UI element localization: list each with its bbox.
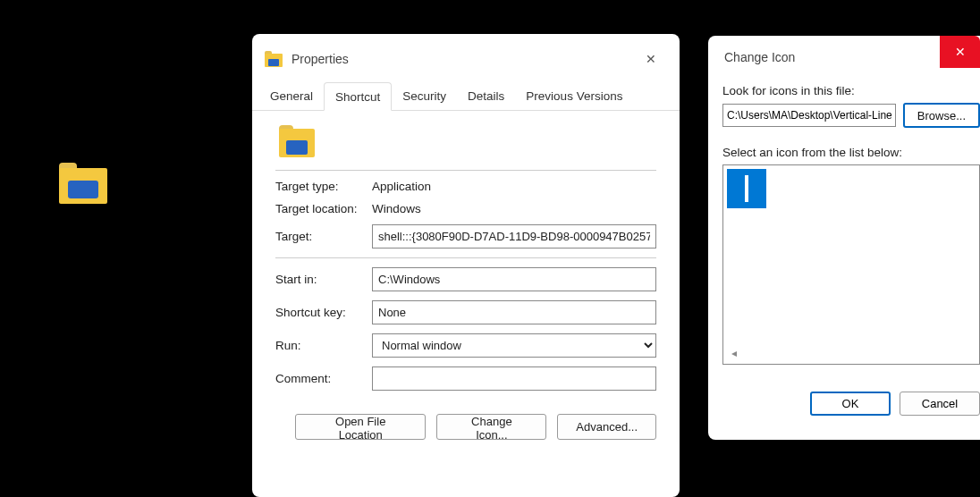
- folder-icon: [279, 125, 315, 157]
- separator: [275, 257, 656, 258]
- tab-bar: General Shortcut Security Details Previo…: [252, 82, 680, 111]
- icon-file-path-input[interactable]: [722, 104, 896, 127]
- tab-previous-versions[interactable]: Previous Versions: [515, 82, 633, 110]
- tab-security[interactable]: Security: [392, 82, 457, 110]
- change-icon-titlebar: Change Icon ✕: [708, 36, 980, 84]
- desktop-shortcut[interactable]: [59, 163, 111, 207]
- scroll-left-icon[interactable]: ◂: [727, 346, 741, 360]
- change-icon-body: Look for icons in this file: Browse... S…: [708, 84, 980, 416]
- change-icon-button[interactable]: Change Icon...: [436, 414, 546, 440]
- open-file-location-button[interactable]: Open File Location: [295, 414, 426, 440]
- close-button[interactable]: ✕: [940, 36, 980, 68]
- icon-list[interactable]: ◂: [722, 164, 980, 365]
- comment-input[interactable]: [372, 366, 656, 391]
- run-label: Run:: [275, 339, 372, 352]
- icon-option-selected[interactable]: [727, 169, 766, 208]
- run-select[interactable]: Normal window: [372, 333, 656, 358]
- browse-button[interactable]: Browse...: [903, 103, 980, 128]
- properties-body: Target type: Application Target location…: [252, 111, 680, 440]
- shortcut-key-input[interactable]: [372, 300, 656, 324]
- target-location-label: Target location:: [275, 202, 372, 215]
- target-label: Target:: [275, 230, 372, 243]
- close-icon: ✕: [646, 52, 656, 66]
- folder-icon: [59, 163, 107, 202]
- change-icon-title: Change Icon: [724, 50, 940, 64]
- change-icon-dialog: Change Icon ✕ Look for icons in this fil…: [708, 36, 980, 440]
- properties-dialog: Properties ✕ General Shortcut Security D…: [252, 34, 680, 497]
- target-type-value: Application: [372, 180, 431, 193]
- properties-title: Properties: [291, 52, 630, 66]
- close-button[interactable]: ✕: [630, 45, 671, 73]
- tab-shortcut[interactable]: Shortcut: [324, 82, 392, 111]
- tab-details[interactable]: Details: [457, 82, 515, 110]
- cancel-button[interactable]: Cancel: [900, 392, 980, 416]
- target-type-label: Target type:: [275, 180, 372, 193]
- ok-button[interactable]: OK: [810, 392, 891, 416]
- start-in-input[interactable]: [372, 267, 656, 291]
- folder-icon: [265, 51, 283, 67]
- vertical-line-icon: [745, 175, 748, 202]
- shortcut-key-label: Shortcut key:: [275, 306, 372, 319]
- separator: [275, 170, 656, 171]
- comment-label: Comment:: [275, 372, 372, 385]
- advanced-button[interactable]: Advanced...: [557, 414, 656, 440]
- select-icon-label: Select an icon from the list below:: [722, 146, 980, 159]
- close-icon: ✕: [955, 45, 966, 59]
- target-input[interactable]: [372, 224, 656, 248]
- target-location-value: Windows: [372, 202, 421, 215]
- look-for-label: Look for icons in this file:: [722, 84, 980, 97]
- start-in-label: Start in:: [275, 273, 372, 286]
- properties-titlebar: Properties ✕: [252, 34, 680, 82]
- tab-general[interactable]: General: [259, 82, 324, 110]
